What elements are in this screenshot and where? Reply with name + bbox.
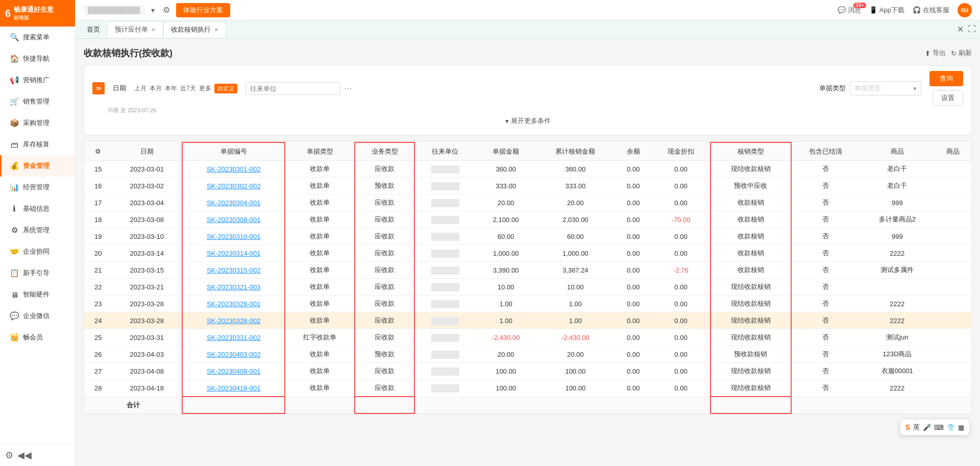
doc-no-link[interactable]: SK-20230328-001 [207,300,261,308]
cell-biz-type: 应收款 [355,363,414,380]
topbar-dropdown-icon[interactable]: ▾ [151,6,155,14]
page-title: 收款核销执行(按收款) [84,47,173,59]
cell-amount: 20.00 [476,194,536,211]
settings-icon[interactable]: ⚙ [5,450,13,461]
total-biz-type [355,397,414,413]
cell-write-off: 预收中应收 [710,178,791,194]
th-settings[interactable]: ⚙ [84,142,112,161]
solution-button[interactable]: 体验行业方案 [176,3,230,17]
refresh-button[interactable]: ↻ 刷新 [951,48,972,58]
cell-date: 2023-04-08 [112,363,182,380]
doc-no-link[interactable]: SK-20230408-001 [207,367,261,375]
cell-date: 2023-03-15 [112,262,182,279]
doc-no-link[interactable]: SK-20230302-002 [207,182,261,190]
filter-row: ≫ 日期 上月 本月 本年 近7天 更多 自定义 ··· 单据类型 [92,71,963,106]
table-row: 18 2023-03-08 SK-20230308-001 收款单 应收款 ██… [84,211,971,228]
tab-pre-receive-close[interactable]: ✕ [151,27,156,33]
cell-doc-type: 收款单 [285,312,355,329]
doc-no-link[interactable]: SK-20230315-002 [207,266,261,274]
ime-keyboard-icon[interactable]: ⌨ [934,424,944,431]
doc-no-link[interactable]: SK-20230321-003 [207,283,261,291]
sidebar-item-guide[interactable]: 📋 新手引导 [0,262,75,284]
cell-biz-type: 应收款 [355,211,414,228]
doc-no-link[interactable]: SK-20230308-001 [207,216,261,224]
doc-no-link[interactable]: SK-20230331-002 [207,334,261,341]
tab-home[interactable]: 首页 [80,22,107,37]
doc-no-link[interactable]: SK-20230314-001 [207,250,261,257]
refresh-icon: ↻ [951,50,957,57]
last-month-link[interactable]: 上月 [134,84,146,93]
sidebar-label-finance: 资金管理 [23,161,50,170]
cell-date: 2023-03-28 [112,296,182,312]
partner-input[interactable] [246,82,340,95]
partner-dots[interactable]: ··· [345,83,352,94]
cell-doc-type: 收款单 [285,245,355,262]
cell-doc-no: SK-20230304-001 [182,194,285,211]
ime-mic-icon[interactable]: 🎤 [923,424,931,431]
cell-date: 2023-03-28 [112,312,182,329]
message-button[interactable]: 💬 消息 99+ [838,6,861,15]
topbar-gear-icon[interactable]: ⚙ [163,5,170,15]
user-avatar[interactable]: Rit [958,3,972,17]
total-row: 合计 [84,397,971,413]
export-button[interactable]: ⬆ 导出 [925,48,946,58]
sidebar-item-system[interactable]: ⚙ 系统管理 [0,219,75,241]
doc-no-link[interactable]: SK-20230310-001 [207,233,261,240]
cell-write-off: 预收款核销 [710,346,791,363]
tab-pre-receive[interactable]: 预计应付单 ✕ [107,21,163,37]
query-button[interactable]: 查询 [929,71,963,86]
purchase-icon: 📦 [10,118,19,128]
sidebar-item-basic[interactable]: ℹ 基础信息 [0,198,75,219]
cell-no: 25 [84,329,112,346]
sidebar-item-quick-nav[interactable]: 🏠 快捷导航 [0,48,75,69]
total-goods2 [934,397,971,413]
cell-accum: 60.00 [536,228,615,245]
sidebar-item-wechat[interactable]: 💬 企业微信 [0,305,75,327]
sidebar-item-hardware[interactable]: 🖥 智能硬件 [0,284,75,305]
cell-doc-no: SK-20230418-001 [182,380,285,397]
ime-grid-icon[interactable]: ▦ [958,424,964,431]
sidebar-item-collab[interactable]: 🤝 企业协同 [0,241,75,262]
doc-no-link[interactable]: SK-20230328-002 [207,317,261,325]
cell-goods2 [934,161,971,178]
doc-no-link[interactable]: SK-20230418-001 [207,384,261,392]
sidebar-item-operation[interactable]: 📊 经营管理 [0,177,75,198]
th-has-settled: 包含已结清 [791,142,861,161]
sidebar-item-search[interactable]: 🔍 搜索菜单 [0,27,75,48]
th-goods1: 商品 [860,142,934,161]
doc-no-link[interactable]: SK-20230301-002 [207,165,261,173]
cell-has-settled: 否 [791,262,861,279]
cell-goods2 [934,262,971,279]
sidebar-item-purchase[interactable]: 📦 采购管理 [0,112,75,134]
sidebar-item-member[interactable]: 👑 畅会员 [0,327,75,348]
online-service-button[interactable]: 🎧 在线客服 [913,6,949,15]
sidebar-item-sales[interactable]: 🛒 销售管理 [0,91,75,112]
more-link[interactable]: 更多 [199,84,211,93]
collapse-icon[interactable]: ◀◀ [17,450,32,461]
filter-toggle-button[interactable]: ≫ [92,82,105,94]
total-has-settled [791,397,861,413]
receipt-type-select[interactable]: 单据类型 ▾ [850,81,921,95]
expand-tab-icon[interactable]: ⛶ [968,24,976,34]
ime-shirt-icon[interactable]: 👕 [947,424,955,431]
tab-receive-exec-close[interactable]: ✕ [214,27,218,33]
app-download-button[interactable]: 📱 App下载 [869,6,904,15]
cell-cash-disc: 0.00 [652,312,710,329]
this-year-link[interactable]: 本年 [165,84,177,93]
custom-date-button[interactable]: 自定义 [214,84,237,93]
this-month-link[interactable]: 本月 [150,84,162,93]
sidebar-item-inventory[interactable]: 🗃 库存核算 [0,134,75,155]
last-7-link[interactable]: 近7天 [180,84,196,93]
sidebar-item-marketing[interactable]: 📢 营销推广 [0,69,75,91]
date-shortcuts: 上月 本月 本年 近7天 更多 自定义 [134,84,237,93]
close-all-icon[interactable]: ✕ [957,24,964,34]
expand-conditions-button[interactable]: ▾ 展开更多条件 [92,116,963,126]
doc-no-link[interactable]: SK-20230304-001 [207,199,261,207]
sidebar-item-finance[interactable]: 💰 资金管理 [0,155,75,177]
doc-no-link[interactable]: SK-20230403-002 [207,351,261,358]
sidebar-footer: ⚙ ◀◀ [0,444,75,466]
tab-receive-exec[interactable]: 收款核销执行 ✕ [163,21,226,37]
cell-cash-disc: 0.00 [652,245,710,262]
ime-float-badge: S 英 🎤 ⌨ 👕 ▦ [900,419,970,435]
settings-button[interactable]: 设置 [933,90,963,106]
